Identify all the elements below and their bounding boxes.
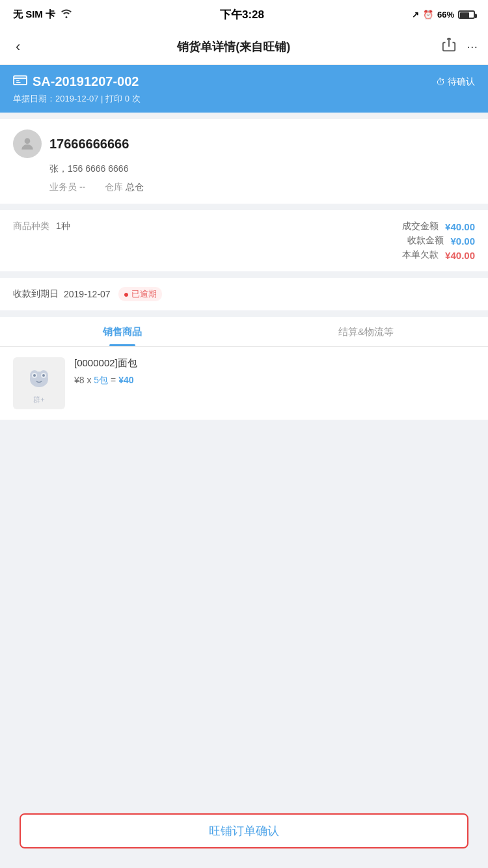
product-item: 群+ [0000002]面包 ¥8 x 5包 = ¥40 [13, 357, 475, 409]
summary-card: 商品种类 1种 成交金额 ¥40.00 收款金额 ¥0.00 本单欠款 ¥40.… [0, 210, 488, 271]
overdue-text: 已逾期 [131, 288, 157, 300]
product-info: [0000002]面包 ¥8 x 5包 = ¥40 [74, 357, 475, 387]
tabs: 销售商品 结算&物流等 [0, 317, 488, 347]
tab-settlement-logistics[interactable]: 结算&物流等 [244, 317, 488, 346]
product-image: 群+ [13, 357, 65, 409]
bottom-space [0, 420, 488, 550]
customer-meta: 业务员 -- 仓库 总仓 [49, 182, 475, 193]
overdue-badge: ● 已逾期 [118, 287, 162, 301]
alarm-icon: ⏰ [423, 10, 433, 20]
warehouse-label: 仓库 [105, 182, 123, 192]
debt-amount-value: ¥40.00 [445, 250, 475, 261]
nav-bar: ‹ 销货单详情(来自旺铺) ··· [0, 29, 488, 65]
product-section: 群+ [0000002]面包 ¥8 x 5包 = ¥40 [0, 347, 488, 420]
debt-amount-row: 本单欠款 ¥40.00 [402, 249, 475, 261]
tab-sales-products-label: 销售商品 [103, 326, 142, 337]
battery-icon [458, 10, 475, 19]
customer-card: 17666666666 张，156 6666 6666 业务员 -- 仓库 总仓 [0, 119, 488, 204]
due-date-card: 收款到期日 2019-12-07 ● 已逾期 [0, 278, 488, 310]
product-brand-label: 群+ [33, 395, 44, 405]
status-right: ↗ ⏰ 66% [412, 10, 475, 20]
status-time: 下午3:28 [220, 7, 264, 22]
deal-amount-label: 成交金额 [402, 221, 439, 232]
salesperson-value: -- [79, 182, 85, 192]
carrier-text: 无 SIM 卡 [13, 8, 55, 21]
status-clock-icon: ⏱ [436, 77, 445, 87]
amount-summary: 成交金额 ¥40.00 收款金额 ¥0.00 本单欠款 ¥40.00 [402, 221, 475, 261]
battery-text: 66% [437, 10, 454, 20]
tab-sales-products[interactable]: 销售商品 [0, 317, 244, 346]
product-type: 商品种类 1种 [13, 221, 70, 232]
confirm-order-button[interactable]: 旺铺订单确认 [20, 813, 468, 848]
svg-point-8 [33, 374, 36, 377]
customer-name: 张，156 6666 6666 [49, 163, 475, 175]
product-qty: 5包 [94, 375, 108, 385]
more-button[interactable]: ··· [467, 39, 478, 54]
product-type-value: 1种 [56, 221, 70, 231]
confirm-btn-label: 旺铺订单确认 [209, 823, 279, 839]
status-bar: 无 SIM 卡 下午3:28 ↗ ⏰ 66% [0, 0, 488, 29]
customer-phone: 17666666666 [49, 137, 129, 152]
overdue-icon: ● [124, 289, 129, 299]
product-price: ¥8 x 5包 = ¥40 [74, 375, 475, 387]
product-name: [0000002]面包 [74, 357, 475, 370]
order-icon [13, 74, 27, 89]
deal-amount-value: ¥40.00 [445, 221, 475, 232]
confirm-btn-wrap: 旺铺订单确认 [0, 813, 488, 848]
order-meta: 单据日期：2019-12-07 | 打印 0 次 [13, 93, 475, 105]
deal-amount-row: 成交金额 ¥40.00 [402, 221, 475, 232]
salesperson-label: 业务员 [49, 182, 77, 192]
salesperson-field: 业务员 -- [49, 182, 85, 193]
order-header: SA-20191207-002 ⏱ 待确认 单据日期：2019-12-07 | … [0, 65, 488, 113]
svg-point-9 [42, 374, 45, 377]
warehouse-field: 仓库 总仓 [105, 182, 144, 193]
equals-sign: = [108, 375, 118, 385]
wifi-icon [61, 9, 72, 20]
due-date-label: 收款到期日 [13, 288, 59, 300]
share-button[interactable] [442, 38, 456, 55]
price-label: ¥8 x [74, 375, 94, 385]
nav-actions: ··· [442, 38, 478, 55]
product-type-label: 商品种类 [13, 221, 49, 231]
warehouse-value: 总仓 [126, 182, 144, 192]
product-total: ¥40 [118, 375, 133, 385]
back-button[interactable]: ‹ [10, 36, 25, 58]
location-icon: ↗ [412, 10, 419, 20]
avatar [13, 129, 42, 158]
product-owl-icon [25, 362, 53, 394]
page-title: 销货单详情(来自旺铺) [177, 39, 290, 55]
tab-settlement-logistics-label: 结算&物流等 [338, 326, 394, 337]
status-left: 无 SIM 卡 [13, 8, 72, 21]
due-date-value: 2019-12-07 [64, 289, 111, 299]
receipt-amount-value: ¥0.00 [450, 236, 475, 247]
svg-point-2 [25, 138, 31, 144]
svg-rect-1 [14, 76, 27, 85]
customer-top: 17666666666 [13, 129, 475, 158]
receipt-amount-row: 收款金额 ¥0.00 [407, 235, 475, 247]
receipt-amount-label: 收款金额 [407, 235, 444, 247]
debt-amount-label: 本单欠款 [402, 249, 439, 261]
order-header-top: SA-20191207-002 ⏱ 待确认 [13, 74, 475, 89]
order-status: ⏱ 待确认 [436, 76, 475, 88]
order-id: SA-20191207-002 [13, 74, 139, 89]
